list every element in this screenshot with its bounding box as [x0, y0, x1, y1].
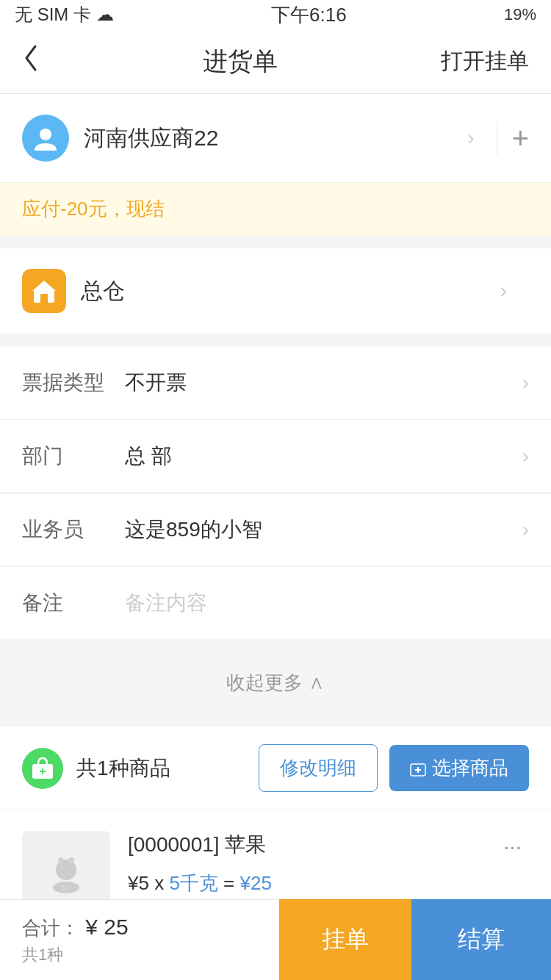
total-value: ¥ 25 — [85, 915, 128, 939]
warehouse-section: 总仓 › — [0, 248, 551, 334]
product-header: 共1种商品 修改明细 选择商品 — [0, 727, 551, 810]
chevron-icon: › — [522, 518, 529, 541]
form-section: 票据类型 不开票 › 部门 总 部 › 业务员 这是859的小智 › 备注 备注… — [0, 347, 551, 639]
edit-detail-button[interactable]: 修改明细 — [259, 744, 378, 792]
total-label: 合计： — [22, 917, 79, 939]
status-time: 下午6:16 — [271, 2, 347, 28]
product-name: [0000001] 苹果 — [128, 831, 496, 859]
status-bar: 无 SIM 卡 ☁ 下午6:16 19% — [0, 0, 551, 29]
svg-marker-2 — [32, 281, 56, 291]
product-info: [0000001] 苹果 ¥5 x 5千克 = ¥25 — [128, 831, 496, 896]
department-label: 部门 — [22, 442, 110, 470]
nav-bar: 进货单 打开挂单 — [0, 29, 551, 94]
collapse-bar[interactable]: 收起更多 ∧ — [0, 652, 551, 713]
svg-point-10 — [56, 860, 76, 880]
select-product-label: 选择商品 — [432, 755, 508, 781]
remark-row[interactable]: 备注 备注内容 — [0, 567, 551, 639]
warehouse-icon — [22, 269, 66, 313]
product-qty: 5千克 — [169, 872, 217, 894]
product-total: ¥25 — [240, 872, 272, 894]
product-count: 共1种商品 — [76, 754, 259, 782]
svg-point-12 — [58, 857, 64, 863]
notice-bar: 应付-20元，现结 — [0, 183, 551, 235]
hang-order-button[interactable]: 挂单 — [279, 899, 411, 980]
chevron-icon: › — [467, 126, 474, 150]
battery-text: 19% — [504, 5, 536, 24]
svg-point-13 — [68, 857, 74, 863]
bottom-bar: 合计： ¥ 25 共1种 挂单 结算 — [0, 899, 551, 980]
chevron-right-icon: › — [500, 279, 507, 303]
supplier-row[interactable]: 河南供应商22 › + — [0, 94, 551, 183]
chevron-icon: › — [522, 444, 529, 468]
warehouse-row[interactable]: 总仓 › — [0, 248, 551, 334]
product-icon — [22, 748, 63, 789]
product-code: [0000001] — [128, 833, 220, 856]
supplier-avatar — [22, 115, 69, 162]
supplier-section: 河南供应商22 › + 应付-20元，现结 — [0, 94, 551, 235]
add-supplier-button[interactable]: + — [497, 122, 529, 155]
collapse-label: 收起更多 ∧ — [226, 671, 324, 693]
svg-text:智+: 智+ — [60, 884, 72, 892]
invoice-type-value: 不开票 — [110, 369, 522, 397]
status-right: 19% — [504, 5, 536, 24]
supplier-name: 河南供应商22 — [84, 123, 467, 154]
status-left: 无 SIM 卡 ☁ — [15, 3, 114, 26]
back-button[interactable] — [22, 43, 40, 79]
warehouse-name: 总仓 — [81, 276, 500, 306]
invoice-type-label: 票据类型 — [22, 369, 110, 397]
invoice-type-row[interactable]: 票据类型 不开票 › — [0, 347, 551, 419]
unit-price: ¥5 — [128, 872, 149, 894]
salesperson-label: 业务员 — [22, 516, 110, 544]
remark-label: 备注 — [22, 589, 110, 617]
svg-point-0 — [40, 129, 51, 140]
total-section: 合计： ¥ 25 共1种 — [0, 899, 279, 980]
product-price: ¥5 x 5千克 = ¥25 — [128, 871, 496, 896]
total-amount: 合计： ¥ 25 — [22, 915, 257, 941]
checkout-button[interactable]: 结算 — [411, 899, 551, 980]
chevron-icon: › — [522, 371, 529, 394]
open-pending-button[interactable]: 打开挂单 — [441, 46, 529, 76]
page-title: 进货单 — [203, 45, 278, 79]
salesperson-value: 这是859的小智 — [110, 516, 522, 544]
department-row[interactable]: 部门 总 部 › — [0, 420, 551, 493]
salesperson-row[interactable]: 业务员 这是859的小智 › — [0, 494, 551, 566]
remark-input[interactable]: 备注内容 — [110, 589, 529, 617]
select-product-button[interactable]: 选择商品 — [389, 745, 529, 791]
product-title: 苹果 — [225, 833, 266, 856]
sim-text: 无 SIM 卡 ☁ — [15, 3, 114, 26]
total-count: 共1种 — [22, 944, 257, 966]
department-value: 总 部 — [110, 442, 522, 470]
svg-rect-3 — [40, 294, 48, 303]
product-more-button[interactable]: ··· — [496, 831, 529, 862]
